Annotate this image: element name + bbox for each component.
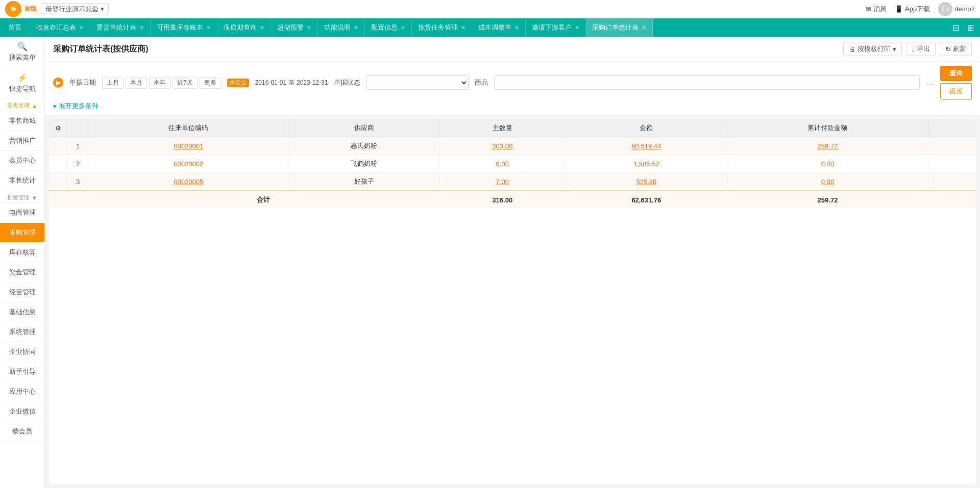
cell-supplier: 惠氏奶粉 <box>289 137 439 155</box>
col-amount: 金额 <box>566 119 727 137</box>
sidebar-item-app-center[interactable]: 应用中心 <box>0 382 44 402</box>
filter-toggle-arrow[interactable]: ▶ <box>53 78 63 88</box>
export-button[interactable]: ↓ 导出 <box>906 42 936 56</box>
sidebar-item-operations[interactable]: 经营管理 <box>0 282 44 302</box>
sidebar-item-inventory[interactable]: 库存核算 <box>0 243 44 263</box>
paid-amount-link[interactable]: 259.72 <box>818 142 838 150</box>
unit-code-link[interactable]: 00020002 <box>174 160 203 168</box>
expand-more-btn[interactable]: ▾ 展开更多条件 <box>53 101 972 111</box>
qty-link[interactable]: 6.00 <box>496 160 509 168</box>
close-icon[interactable]: ✕ <box>260 24 264 31</box>
sidebar-item-search[interactable]: 🔍 搜索英单 <box>0 37 44 68</box>
date-btn-7days[interactable]: 近7天 <box>173 77 198 89</box>
sidebar-item-member[interactable]: 会员中心 <box>0 151 44 171</box>
sidebar-item-system[interactable]: 系统管理 <box>0 322 44 342</box>
cell-unit-code: 00020002 <box>88 155 289 173</box>
close-icon[interactable]: ✕ <box>139 24 144 31</box>
cell-supplier: 好孩子 <box>289 173 439 191</box>
refresh-button[interactable]: ↻ 刷新 <box>940 42 972 56</box>
date-range: 2016-01-01 至 2023-12-31 <box>255 79 328 87</box>
cell-paid-amount: 259.72 <box>727 137 928 155</box>
col-paid-amount: 累计付款金额 <box>727 119 928 137</box>
sidebar-item-label: 采购管理 <box>9 228 36 237</box>
template-print-button[interactable]: 🖨 按模板打印 ▾ <box>843 42 902 56</box>
chevron-down-icon: ▾ <box>893 45 896 53</box>
sidebar-item-retail-stats[interactable]: 零售统计 <box>0 171 44 191</box>
refresh-icon: ↻ <box>945 45 951 53</box>
tab-order-summary[interactable]: 要货单统计表 ✕ <box>90 18 151 37</box>
sidebar-item-enterprise[interactable]: 企业协同 <box>0 342 44 362</box>
settings-button[interactable]: 设置 <box>940 83 972 99</box>
query-button[interactable]: 查询 <box>940 66 972 81</box>
cell-empty <box>928 173 976 191</box>
sidebar-item-marketing[interactable]: 营销推广 <box>0 131 44 151</box>
sidebar-item-purchase[interactable]: 采购管理 <box>0 223 44 243</box>
tab-config-info[interactable]: 配置信息 ✕ <box>365 18 412 37</box>
tab-function-desc[interactable]: 功能说明 ✕ <box>318 18 365 37</box>
tab-purchase-summary[interactable]: 采购订单统计表 ✕ <box>586 18 653 37</box>
close-icon[interactable]: ✕ <box>461 24 465 31</box>
amount-link[interactable]: 60,519.44 <box>631 142 661 150</box>
user-menu[interactable]: Ea demo2 <box>938 2 975 16</box>
close-icon[interactable]: ✕ <box>401 24 405 31</box>
sidebar-item-newcomer[interactable]: 新手引导 <box>0 362 44 382</box>
sidebar-item-label: 零售统计 <box>9 176 36 185</box>
tab-expiry-query[interactable]: 保质期查询 ✕ <box>217 18 271 37</box>
tab-overstock-warning[interactable]: 超储预警 ✕ <box>271 18 318 37</box>
tab-invite-downstream[interactable]: 邀请下游客户 ✕ <box>526 18 586 37</box>
amount-link[interactable]: 1,586.52 <box>633 160 659 168</box>
goods-input[interactable] <box>494 75 920 90</box>
date-btn-this-month[interactable]: 本月 <box>126 77 147 89</box>
cell-paid-amount: 0.00 <box>727 173 928 191</box>
sidebar-item-member-card[interactable]: 畅会员 <box>0 422 44 442</box>
sidebar-item-label: 资金管理 <box>9 268 36 277</box>
sidebar-section-retail[interactable]: 零售管理 ▲ <box>0 99 44 111</box>
app-download-btn[interactable]: 📱 App下载 <box>895 5 930 14</box>
sidebar-item-label: 零售管理 <box>7 102 30 110</box>
paid-amount-link[interactable]: 0.00 <box>821 178 834 186</box>
sidebar-item-enterprise-wechat[interactable]: 企业微信 <box>0 402 44 422</box>
sidebar-item-basic-info[interactable]: 基础信息 <box>0 302 44 322</box>
tab-home[interactable]: 首页 <box>0 18 30 37</box>
close-icon[interactable]: ✕ <box>307 24 311 31</box>
unit-code-link[interactable]: 00020005 <box>174 178 203 186</box>
close-icon[interactable]: ✕ <box>206 24 211 31</box>
status-select[interactable] <box>366 75 469 90</box>
qty-link[interactable]: 7.00 <box>496 178 509 186</box>
tab-cost-adjust[interactable]: 成本调整单 ✕ <box>472 18 526 37</box>
tab-pick-task[interactable]: 拣货任务管理 ✕ <box>412 18 472 37</box>
workspace-selector[interactable]: 母婴行业演示账套 ▾ <box>41 3 109 15</box>
amount-link[interactable]: 525.80 <box>636 178 656 186</box>
maximize-icon[interactable]: ⊞ <box>965 21 976 35</box>
sidebar-item-retail-mall[interactable]: 零售商城 <box>0 111 44 131</box>
close-icon[interactable]: ✕ <box>514 24 519 31</box>
status-label: 单据状态 <box>334 78 360 87</box>
tab-available-stock[interactable]: 可用量库存账本 ✕ <box>151 18 217 37</box>
date-btn-more[interactable]: 更多 <box>200 77 221 89</box>
goods-more-icon[interactable]: … <box>926 78 934 87</box>
close-icon[interactable]: ✕ <box>79 24 84 31</box>
sidebar-item-quick-nav[interactable]: ⚡ 快捷导航 <box>0 68 44 99</box>
sidebar-section-wholesale[interactable]: 批发管理 ▼ <box>0 191 44 203</box>
qty-link[interactable]: 303.00 <box>492 142 512 150</box>
col-unit-code: 往来单位编码 <box>88 119 289 137</box>
header-actions: 🖨 按模板打印 ▾ ↓ 导出 ↻ 刷新 <box>843 42 972 61</box>
close-icon[interactable]: ✕ <box>642 24 646 31</box>
sidebar-item-ecommerce[interactable]: 电商管理 <box>0 203 44 223</box>
paid-amount-link[interactable]: 0.00 <box>821 160 834 168</box>
cell-paid-amount: 0.00 <box>727 155 928 173</box>
cell-row-num: 3 <box>68 173 88 191</box>
close-icon[interactable]: ✕ <box>575 24 579 31</box>
minimize-icon[interactable]: ⊟ <box>950 21 961 35</box>
col-qty: 主数量 <box>439 119 566 137</box>
sidebar-item-finance[interactable]: 资金管理 <box>0 263 44 282</box>
table-footer-row: 合计 316.00 62,631.76 259.72 <box>49 191 976 209</box>
col-settings[interactable]: ⚙ <box>49 119 68 137</box>
message-btn[interactable]: ✉ 消息 <box>866 5 887 14</box>
tab-receive-summary[interactable]: 收发存汇总表 ✕ <box>30 18 90 37</box>
date-btn-this-year[interactable]: 本年 <box>149 77 170 89</box>
date-btn-last-month[interactable]: 上月 <box>102 77 124 89</box>
logo-area: 畅 标版 <box>5 1 37 17</box>
unit-code-link[interactable]: 00020001 <box>174 142 203 150</box>
close-icon[interactable]: ✕ <box>354 24 358 31</box>
